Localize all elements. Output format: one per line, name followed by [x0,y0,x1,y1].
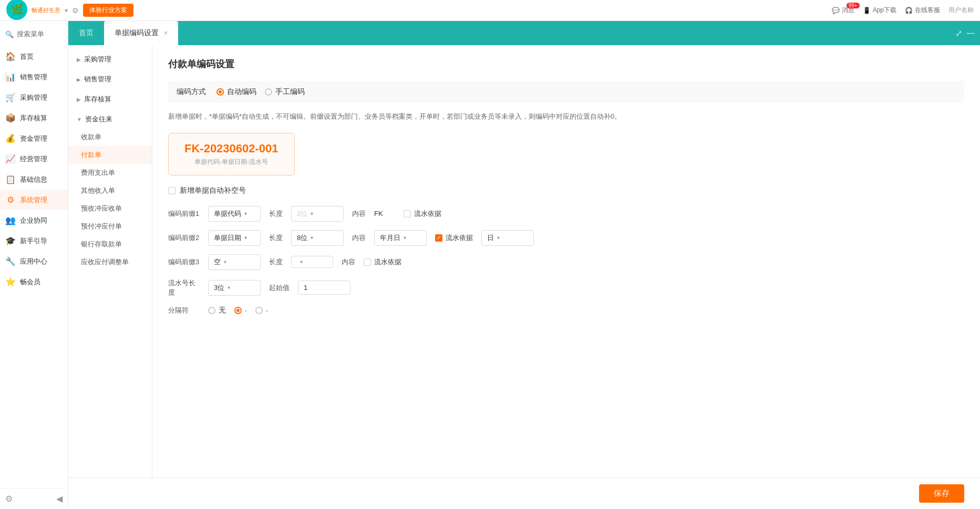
prefix2-content-arrow-icon: ▾ [404,235,406,241]
prefix2-length-select[interactable]: 8位 ▾ [291,230,344,246]
sidebar-item-apps[interactable]: 🔧 应用中心 [0,251,68,272]
sec-item-payment[interactable]: 付款单 [68,146,152,164]
prefix1-select[interactable]: 单据代码 ▾ [208,206,261,222]
message-button[interactable]: 💬 消息 99+ [832,6,854,15]
app-download-link[interactable]: 📱 App下载 [863,6,896,15]
sec-group-finance-header[interactable]: ▼ 资金往来 [68,110,152,128]
tab-home[interactable]: 首页 [68,21,104,45]
sidebar-item-basic[interactable]: 📋 基础信息 [0,169,68,190]
tab-minimize-icon[interactable]: — [966,28,975,38]
inventory-icon: 📦 [5,113,16,123]
company-dropdown-arrow[interactable]: ▾ [65,7,68,14]
prefix2-select[interactable]: 单据日期 ▾ [208,230,261,246]
tab-settings[interactable]: 单据编码设置 × [104,21,178,45]
serial-length-arrow-icon: ▾ [228,285,230,290]
radio-manual-circle [265,88,272,96]
bottom-settings-icon[interactable]: ⚙ [5,494,13,504]
sec-item-receipt[interactable]: 收款单 [68,128,152,146]
separator-dot2-circle [255,307,263,314]
sec-group-inventory: ▶ 库存核算 [68,90,152,108]
app-download-icon: 📱 [863,7,871,14]
sidebar-item-sales[interactable]: 📊 销售管理 [0,67,68,87]
prefix3-length-arrow-icon: ▾ [300,259,303,265]
prefix2-length-arrow-icon: ▾ [311,235,313,241]
prefix2-label: 编码前缀2 [168,233,200,243]
bottom-bar: 保存 [68,477,980,509]
encode-method-radio-group: 自动编码 手工编码 [216,87,305,97]
sidebar-item-enterprise[interactable]: 👥 企业协同 [0,210,68,231]
sec-item-advance-payment[interactable]: 预付冲应付单 [68,217,152,235]
prefix3-select[interactable]: 空 ▾ [208,254,261,270]
sec-group-sales: ▶ 销售管理 [68,70,152,88]
prefix1-content-value: FK [374,210,395,217]
prefix1-length-select[interactable]: 2位 ▾ [291,206,344,222]
apps-icon: 🔧 [5,256,16,266]
sidebar-item-operation[interactable]: 📈 经营管理 [0,149,68,169]
page-content: ▶ 采购管理 ▶ 销售管理 ▶ 库存核算 [68,45,980,477]
sidebar-item-member[interactable]: ⭐ 畅会员 [0,272,68,292]
bottom-collapse-icon[interactable]: ◀ [56,494,63,504]
basic-icon: 📋 [5,174,16,184]
page-title: 付款单编码设置 [168,58,964,70]
sec-item-expense[interactable]: 费用支出单 [68,164,152,182]
prefix1-arrow-icon: ▾ [244,211,247,216]
member-icon: ⭐ [5,277,16,287]
message-icon: 💬 [832,7,840,14]
sec-group-inventory-header[interactable]: ▶ 库存核算 [68,90,152,108]
prefix1-stream-checkbox[interactable]: 流水依据 [404,209,441,219]
prefix3-length-select[interactable]: ▾ [291,256,333,268]
sidebar-item-purchase[interactable]: 🛒 采购管理 [0,87,68,108]
prefix2-stream-checkbox[interactable]: ✓ 流水依据 [435,233,473,243]
sec-item-bank[interactable]: 银行存取款单 [68,235,152,253]
search-menu-button[interactable]: 🔍 搜索菜单 [0,26,68,42]
separator-none[interactable]: 无 [208,306,226,315]
tab-close-icon[interactable]: × [164,29,168,37]
main-form: 付款单编码设置 编码方式 自动编码 手工编码 [152,45,980,477]
separator-dot1[interactable]: · [234,306,247,315]
separator-dot1-dot [236,309,240,312]
sec-group-purchase-header[interactable]: ▶ 采购管理 [68,50,152,68]
sec-item-other-income[interactable]: 其他收入单 [68,182,152,200]
auto-fill-checkbox[interactable] [168,187,176,194]
example-code: FK-20230602-001 [184,142,278,155]
sidebar-item-finance[interactable]: 💰 资金管理 [0,128,68,149]
trial-button[interactable]: 体验行业方案 [83,4,133,17]
prefix2-content-select[interactable]: 年月日 ▾ [374,230,427,246]
prefix3-stream-checkbox[interactable]: 流水依据 [364,257,401,267]
online-service-link[interactable]: 🎧 在线客服 [905,6,940,15]
prefix2-unit-arrow-icon: ▾ [497,235,500,241]
encode-method-row: 编码方式 自动编码 手工编码 [168,81,964,103]
settings-icon[interactable]: ⚙ [72,6,79,15]
separator-dot2[interactable]: · [255,306,268,315]
prefix2-stream-unit-select[interactable]: 日 ▾ [481,230,534,246]
example-desc: 单据代码-单据日期-流水号 [184,158,278,167]
prefix2-row: 编码前缀2 单据日期 ▾ 长度 8位 ▾ 内容 年月日 ▾ [168,230,964,246]
prefix1-length-label: 长度 [269,209,283,219]
sec-group-finance: ▼ 资金往来 收款单 付款单 费用支出单 其他收入单 预收冲应收单 预付冲应付单… [68,110,152,271]
sec-group-sales-header[interactable]: ▶ 销售管理 [68,70,152,88]
top-bar-right: 💬 消息 99+ 📱 App下载 🎧 在线客服 用户名称 [832,6,974,15]
left-sidebar: 🔍 搜索菜单 🏠 首页 📊 销售管理 🛒 采购管理 📦 库存核算 💰 资金管理 … [0,21,68,509]
sidebar-item-system[interactable]: ⚙ 系统管理 [0,190,68,210]
tab-bar-right: ⤢ — [955,28,980,38]
prefix1-content-label: 内容 [352,209,366,219]
sec-item-ar-ap-adjust[interactable]: 应收应付调整单 [68,253,152,271]
sidebar-item-home[interactable]: 🏠 首页 [0,46,68,67]
serial-length-select[interactable]: 3位 ▾ [208,280,261,296]
separator-row: 分隔符 无 · · [168,306,964,315]
prefix3-stream-box [364,258,371,266]
serial-start-label: 起始值 [269,283,290,293]
serial-start-input[interactable] [298,281,350,295]
radio-manual[interactable]: 手工编码 [265,87,305,97]
save-button[interactable]: 保存 [919,484,964,503]
system-icon: ⚙ [5,195,16,205]
enterprise-icon: 👥 [5,215,16,225]
auto-fill-label: 新增单据自动补空号 [180,186,246,195]
prefix1-row: 编码前缀1 单据代码 ▾ 长度 2位 ▾ 内容 FK 流水依据 [168,206,964,222]
service-icon: 🎧 [905,7,913,14]
tab-maximize-icon[interactable]: ⤢ [955,28,962,38]
sidebar-item-inventory[interactable]: 📦 库存核算 [0,108,68,128]
sidebar-item-guide[interactable]: 🎓 新手引导 [0,231,68,251]
sec-item-advance-receipt[interactable]: 预收冲应收单 [68,200,152,217]
radio-auto[interactable]: 自动编码 [216,87,256,97]
